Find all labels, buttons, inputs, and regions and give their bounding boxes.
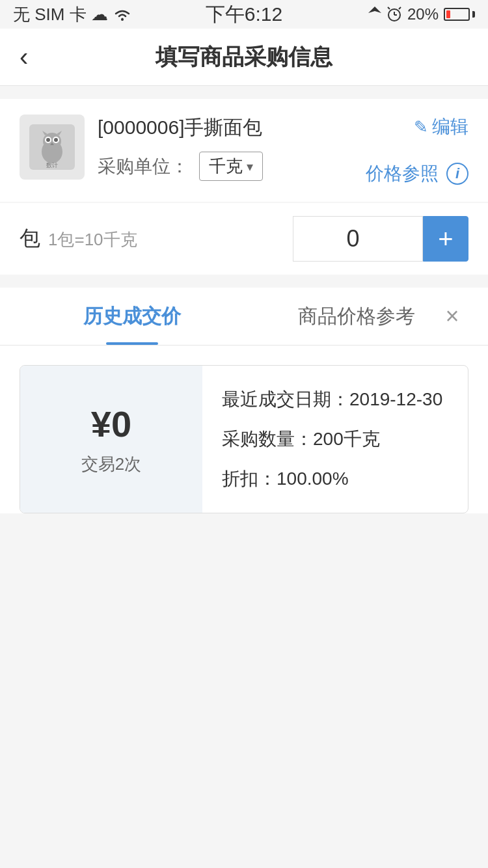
discount-row: 折扣：100.00%: [222, 465, 448, 494]
price-ref-button[interactable]: 价格参照 i: [366, 161, 468, 186]
purchase-qty-label: 采购数量：: [222, 429, 313, 449]
quantity-label: 包 1包=10千克: [20, 224, 137, 253]
price-block: ¥0 交易2次: [20, 366, 202, 513]
qty-unit: 包: [20, 224, 40, 253]
quantity-controls: +: [293, 216, 468, 262]
history-price-card: ¥0 交易2次 最近成交日期：2019-12-30 采购数量：200千克 折扣：…: [20, 365, 468, 513]
history-details: 最近成交日期：2019-12-30 采购数量：200千克 折扣：100.00%: [202, 366, 468, 513]
tab-active-indicator: [106, 342, 158, 345]
alarm-icon: [386, 7, 402, 22]
tab-history-price[interactable]: 历史成交价: [20, 288, 244, 345]
svg-point-11: [46, 138, 50, 142]
discount-value: 100.00%: [277, 468, 349, 489]
status-time: 下午6:12: [206, 1, 282, 28]
signal-text: 无 SIM 卡 ☁: [13, 3, 108, 26]
tabs-row: 历史成交价 商品价格参考 ×: [0, 288, 488, 346]
battery-icon: [444, 8, 475, 21]
nav-bar: ‹ 填写商品采购信息: [0, 29, 488, 86]
price-display: ¥0: [91, 403, 131, 445]
product-right: ✎ 编辑 价格参照 i: [366, 115, 468, 186]
recent-date-row: 最近成交日期：2019-12-30: [222, 385, 448, 414]
status-left: 无 SIM 卡 ☁: [13, 3, 131, 26]
edit-button[interactable]: ✎ 编辑: [414, 115, 468, 139]
purchase-qty-row: 采购数量：200千克: [222, 425, 448, 454]
tab-history-label: 历史成交价: [83, 303, 181, 330]
quantity-plus-button[interactable]: +: [423, 216, 468, 262]
main-background: [0, 533, 488, 868]
discount-label: 折扣：: [222, 468, 277, 489]
product-name: [0000006]手撕面包: [98, 115, 263, 141]
quantity-section: 包 1包=10千克 +: [0, 203, 488, 275]
unit-label: 采购单位：: [98, 154, 189, 179]
back-button[interactable]: ‹: [20, 42, 28, 72]
product-thumbnail: 数计: [20, 115, 85, 180]
edit-label: 编辑: [432, 115, 468, 139]
status-bar: 无 SIM 卡 ☁ 下午6:12 20%: [0, 0, 488, 29]
unit-value: 千克: [209, 155, 243, 178]
svg-text:数计: 数计: [46, 162, 58, 169]
close-button[interactable]: ×: [436, 300, 468, 332]
purchase-qty-value: 200千克: [313, 429, 380, 449]
tab-product-price-ref[interactable]: 商品价格参考: [244, 288, 468, 345]
product-card: 数计 [0000006]手撕面包 采购单位： 千克 ▾ ✎ 编辑: [0, 99, 488, 202]
svg-line-4: [388, 7, 390, 9]
transaction-count: 交易2次: [81, 453, 141, 476]
product-unit-row: 采购单位： 千克 ▾: [98, 152, 263, 181]
price-ref-label: 价格参照: [366, 161, 439, 186]
unit-selector[interactable]: 千克 ▾: [199, 152, 263, 181]
wifi-icon: [113, 7, 131, 21]
unit-dropdown-arrow: ▾: [247, 159, 253, 174]
recent-date-value: 2019-12-30: [349, 389, 442, 409]
quantity-input[interactable]: [293, 216, 423, 262]
svg-point-0: [121, 18, 124, 21]
battery-percent: 20%: [407, 5, 439, 23]
recent-date-label: 最近成交日期：: [222, 389, 349, 409]
svg-point-12: [54, 138, 58, 142]
currency-symbol: ¥: [91, 403, 111, 444]
status-right: 20%: [368, 5, 475, 23]
edit-icon: ✎: [414, 117, 428, 137]
bottom-sheet: 历史成交价 商品价格参考 × ¥0 交易2次 最近成交日期：2019-12-30…: [0, 288, 488, 513]
product-logo: 数计: [29, 124, 75, 170]
info-icon: i: [446, 163, 468, 185]
tab-price-ref-label: 商品价格参考: [298, 303, 415, 330]
location-icon: [368, 7, 381, 22]
page-title: 填写商品采购信息: [156, 42, 332, 72]
price-value: 0: [111, 403, 131, 444]
product-info: [0000006]手撕面包 采购单位： 千克 ▾: [98, 115, 263, 181]
svg-line-5: [399, 7, 401, 9]
qty-conversion-hint: 1包=10千克: [48, 228, 137, 251]
